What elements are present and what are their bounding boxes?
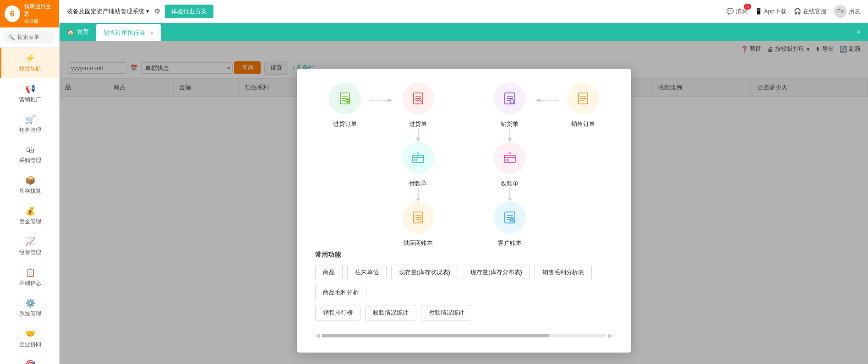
modal-scroll-area: ◀ ▶ bbox=[315, 328, 613, 339]
modal-overlay[interactable]: 进货订单 进货单 bbox=[60, 41, 868, 364]
cooperation-icon: 🤝 bbox=[25, 329, 35, 339]
purchase-icon: 🛍 bbox=[26, 145, 34, 155]
sidebar-logo: 6 畅康通好生意 标准版 bbox=[0, 0, 59, 27]
arrow-down-sales bbox=[487, 128, 533, 142]
flow-purchase-order: 进货订单 bbox=[322, 82, 368, 128]
tab-home[interactable]: 🏠 首页 bbox=[60, 23, 96, 41]
flow-diagram: 进货订单 进货单 bbox=[315, 82, 613, 247]
sidebar-item-label: 库存核算 bbox=[19, 187, 41, 195]
search-menu-button[interactable]: 🔍 搜索菜单 bbox=[4, 31, 55, 43]
window-close-button[interactable]: × bbox=[857, 28, 868, 36]
online-service-label: 在线客服 bbox=[803, 7, 827, 16]
func-btn-product-margin[interactable]: 商品毛利分析 bbox=[315, 285, 366, 300]
sales-order-icon bbox=[567, 82, 599, 114]
supplier-account-icon bbox=[402, 201, 434, 234]
purchase-bill-icon bbox=[402, 82, 434, 114]
flow-sales-bill: 销货单 bbox=[487, 82, 533, 128]
flow-arrows-down-row-2 bbox=[315, 188, 613, 201]
scroll-right-arrow[interactable]: ▶ bbox=[608, 332, 613, 339]
func-btn-receipt-stats[interactable]: 收款情况统计 bbox=[365, 305, 416, 321]
svg-rect-32 bbox=[506, 159, 509, 161]
func-btn-payment-stats[interactable]: 付款情况统计 bbox=[421, 305, 472, 321]
sidebar-item-sales[interactable]: 🛒 销售管理 bbox=[0, 109, 59, 140]
purchase-order-icon bbox=[329, 82, 361, 114]
func-btn-product[interactable]: 商品 bbox=[315, 265, 343, 280]
svg-text:￥: ￥ bbox=[508, 151, 512, 155]
flow-customer-account: 客户账本 bbox=[487, 201, 533, 247]
payment-bill-icon: ¥ bbox=[402, 142, 434, 174]
tabs-bar: 🏠 首页 销售订单执行表 × × bbox=[60, 23, 868, 41]
header-right: 💬 消息 5 📱 App下载 🎧 在线客服 Ea 用友 bbox=[726, 5, 861, 18]
system-title[interactable]: 装备及固定资产辅助管理系统 ▾ bbox=[67, 7, 149, 16]
func-buttons-row-1: 商品 往来单位 现存量(库存状况表) 现存量(库存分布表) 销售毛利分析表 商品… bbox=[315, 265, 613, 300]
svg-marker-17 bbox=[535, 98, 540, 102]
flow-arrows-down-row bbox=[315, 128, 613, 142]
sidebar-item-label: 采购管理 bbox=[19, 157, 41, 164]
system-icon: ⚙️ bbox=[25, 298, 35, 308]
tab-active-label: 销售订单执行表 bbox=[104, 29, 145, 37]
app-download-label: App下载 bbox=[764, 7, 786, 16]
scroll-left-arrow[interactable]: ◀ bbox=[315, 332, 320, 339]
func-btn-partner[interactable]: 往来单位 bbox=[347, 265, 387, 280]
svg-rect-28 bbox=[414, 159, 418, 161]
svg-marker-25 bbox=[508, 138, 512, 142]
app-title: 装备及固定资产辅助管理系统 bbox=[67, 7, 144, 16]
flow-row-2: ¥ 付款单 ￥ 收款单 bbox=[315, 142, 613, 188]
customer-account-icon bbox=[494, 201, 526, 234]
message-badge: 5 bbox=[744, 4, 751, 10]
logo-symbol: 6 bbox=[10, 9, 15, 19]
header: 装备及固定资产辅助管理系统 ▾ ⚙ 体验行业方案 💬 消息 5 📱 App下载 … bbox=[60, 0, 868, 23]
sidebar-item-cooperation[interactable]: 🤝 企业协同 bbox=[0, 323, 59, 354]
arrow-sales-order-to-bill bbox=[533, 97, 560, 103]
func-buttons-row-2: 销售排行榜 收款情况统计 付款情况统计 bbox=[315, 305, 613, 321]
func-btn-stock-dist[interactable]: 现存量(库存分布表) bbox=[463, 265, 530, 280]
sidebar-item-operations[interactable]: 📈 经营管理 bbox=[0, 231, 59, 262]
sidebar-item-basic-info[interactable]: 📋 基础信息 bbox=[0, 262, 59, 293]
settings-button[interactable]: ⚙ bbox=[154, 7, 160, 16]
func-btn-stock-status[interactable]: 现存量(库存状况表) bbox=[391, 265, 459, 280]
flow-purchase-bill: 进货单 bbox=[395, 82, 441, 128]
sidebar-item-finance[interactable]: 💰 资金管理 bbox=[0, 201, 59, 231]
service-icon: 🎧 bbox=[794, 8, 801, 15]
marketing-icon: 📢 bbox=[25, 84, 35, 94]
sidebar-item-label: 系统管理 bbox=[19, 310, 41, 318]
message-icon: 💬 bbox=[726, 8, 734, 15]
flow-supplier-account: 供应商账本 bbox=[395, 201, 441, 247]
online-service-item[interactable]: 🎧 在线客服 bbox=[794, 7, 827, 16]
sidebar-item-inventory[interactable]: 📦 库存核算 bbox=[0, 170, 59, 201]
func-btn-sales-analysis[interactable]: 销售毛利分析表 bbox=[535, 265, 592, 280]
experience-button[interactable]: 体验行业方案 bbox=[165, 5, 213, 18]
tab-home-label: 首页 bbox=[77, 28, 89, 36]
svg-marker-6 bbox=[388, 98, 393, 102]
quick-nav-icon: ⚡ bbox=[25, 53, 35, 63]
sidebar-item-system[interactable]: ⚙️ 系统管理 bbox=[0, 293, 59, 323]
sidebar-item-newbie[interactable]: 🎯 新手引导 bbox=[0, 354, 59, 364]
user-label: 用友 bbox=[849, 7, 861, 16]
svg-rect-15 bbox=[510, 100, 513, 103]
sidebar-search-area: 🔍 搜索菜单 bbox=[0, 27, 59, 48]
arrow-down-purchase bbox=[395, 128, 441, 142]
logo-text: 畅康通好生意 标准版 bbox=[24, 3, 55, 25]
sidebar-item-quick-nav[interactable]: ⚡ 快捷导航 bbox=[0, 48, 59, 78]
tab-sales-order[interactable]: 销售订单执行表 × bbox=[96, 24, 161, 42]
app-download-item[interactable]: 📱 App下载 bbox=[755, 7, 786, 16]
user-item[interactable]: Ea 用友 bbox=[834, 5, 861, 18]
arrow-down-receipt bbox=[487, 188, 533, 201]
sidebar-item-purchase[interactable]: 🛍 采购管理 bbox=[0, 140, 59, 170]
sidebar-item-marketing[interactable]: 📢 营销推广 bbox=[0, 78, 59, 109]
flow-modal: 进货订单 进货单 bbox=[297, 69, 631, 353]
flow-sales-order: 销售订单 bbox=[560, 82, 606, 128]
sidebar-item-label: 营销推广 bbox=[19, 96, 41, 103]
inventory-icon: 📦 bbox=[25, 175, 35, 185]
func-btn-sales-rank[interactable]: 销售排行榜 bbox=[315, 305, 360, 321]
flow-payment-bill: ¥ 付款单 bbox=[395, 142, 441, 188]
scrollbar-thumb[interactable] bbox=[322, 334, 550, 337]
main-area: 装备及固定资产辅助管理系统 ▾ ⚙ 体验行业方案 💬 消息 5 📱 App下载 … bbox=[60, 0, 868, 364]
message-item[interactable]: 💬 消息 5 bbox=[726, 7, 748, 16]
receipt-bill-icon: ￥ bbox=[494, 142, 526, 174]
sidebar: 6 畅康通好生意 标准版 🔍 搜索菜单 ⚡ 快捷导航 📢 营销推广 🛒 bbox=[0, 0, 60, 364]
tab-close-button[interactable]: × bbox=[150, 29, 153, 37]
sidebar-item-label: 资金管理 bbox=[19, 218, 41, 226]
flow-row-1: 进货订单 进货单 bbox=[315, 82, 613, 128]
search-placeholder: 搜索菜单 bbox=[17, 33, 39, 41]
